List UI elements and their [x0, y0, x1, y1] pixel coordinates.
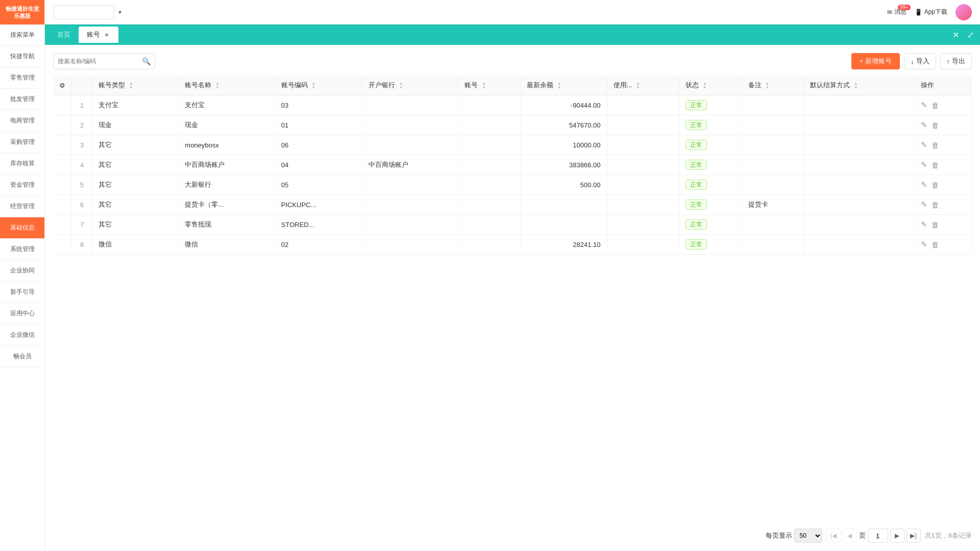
sidebar-item-inventory-calc[interactable]: 库存核算 — [0, 153, 44, 174]
row-usage — [607, 195, 679, 215]
sidebar-item-quick-nav[interactable]: 快捷导航 — [0, 46, 44, 67]
operations-mgmt-label: 经营管理 — [2, 202, 42, 211]
sidebar-item-enterprise-wechat[interactable]: 企业微信 — [0, 324, 44, 346]
messages-button[interactable]: ✉ 消息 99+ — [887, 8, 906, 16]
add-account-button[interactable]: + 新增账号 — [851, 53, 900, 69]
row-name: 支付宝 — [179, 95, 275, 115]
row-bank — [362, 195, 458, 215]
sidebar-item-new-guide[interactable]: 新手引导 — [0, 282, 44, 303]
import-button[interactable]: ↓ 导入 — [904, 53, 936, 69]
sidebar-item-operations-mgmt[interactable]: 经营管理 — [0, 196, 44, 217]
page-size-select[interactable]: 50 100 200 — [794, 529, 822, 543]
app-center-label: 应用中心 — [2, 309, 42, 318]
row-bank — [362, 135, 458, 155]
col-name[interactable]: 账号名称 ▲▼ — [179, 76, 275, 95]
row-remark — [742, 95, 804, 115]
table-row: 3 其它 moneybosx 06 10000.00 正常 ✎ 🗑 — [53, 135, 972, 155]
sidebar-item-ecommerce-mgmt[interactable]: 电商管理 — [0, 110, 44, 132]
topbar-search-input[interactable] — [53, 5, 114, 19]
row-remark — [742, 215, 804, 235]
sidebar-item-app-center[interactable]: 应用中心 — [0, 303, 44, 324]
row-code: 03 — [275, 95, 362, 115]
next-page-button[interactable]: ▶ — [890, 529, 904, 543]
sidebar-item-system-mgmt[interactable]: 系统管理 — [0, 239, 44, 260]
tab-close-all-icon[interactable]: ✕ — [950, 28, 961, 42]
col-remark[interactable]: 备注 ▲▼ — [742, 76, 804, 95]
sidebar-nav: 搜索菜单 快捷导航 零售管理 批发管理 电商管理 采购管理 库存核算 资金管理 … — [0, 24, 44, 551]
delete-icon[interactable]: 🗑 — [932, 240, 939, 249]
row-remark — [742, 235, 804, 255]
col-account[interactable]: 账号 ▲▼ — [458, 76, 521, 95]
first-page-button[interactable]: |◀ — [826, 529, 841, 543]
edit-icon[interactable]: ✎ — [921, 200, 927, 209]
col-usage[interactable]: 使用... ▲▼ — [607, 76, 679, 95]
delete-icon[interactable]: 🗑 — [932, 161, 939, 169]
status-badge: 正常 — [685, 199, 707, 210]
content: 🔍 + 新增账号 ↓ 导入 ↑ 导出 — [45, 45, 980, 551]
row-account — [458, 155, 521, 175]
sidebar-item-wholesale-mgmt[interactable]: 批发管理 — [0, 89, 44, 110]
col-balance[interactable]: 最新余额 ▲▼ — [521, 76, 607, 95]
row-default-payment — [804, 135, 915, 155]
tab-close-icon[interactable]: ✕ — [103, 31, 110, 38]
search-input[interactable] — [58, 58, 142, 65]
tab-home[interactable]: 首页 — [49, 27, 79, 43]
delete-icon[interactable]: 🗑 — [932, 121, 939, 130]
tab-account[interactable]: 账号 ✕ — [79, 27, 118, 43]
edit-icon[interactable]: ✎ — [921, 180, 927, 189]
row-status: 正常 — [679, 175, 742, 195]
search-icon[interactable]: 🔍 — [142, 57, 151, 65]
export-button[interactable]: ↑ 导出 — [940, 53, 972, 69]
col-bank[interactable]: 开户银行 ▲▼ — [362, 76, 458, 95]
topbar-dropdown[interactable]: ▾ — [118, 9, 121, 16]
row-gear — [53, 155, 72, 175]
row-status: 正常 — [679, 95, 742, 115]
col-gear[interactable]: ⚙ — [53, 76, 72, 95]
edit-icon[interactable]: ✎ — [921, 160, 927, 169]
row-operation: ✎ 🗑 — [915, 135, 972, 155]
delete-icon[interactable]: 🗑 — [932, 181, 939, 189]
export-icon: ↑ — [947, 58, 950, 65]
row-balance — [521, 195, 607, 215]
app-download-button[interactable]: 📱 App下载 — [915, 8, 947, 16]
row-name: 中百商场账户 — [179, 155, 275, 175]
sidebar-item-search-menu[interactable]: 搜索菜单 — [0, 24, 44, 46]
col-default-payment[interactable]: 默认结算方式 ▲▼ — [804, 76, 915, 95]
status-badge: 正常 — [685, 100, 707, 110]
row-operation: ✎ 🗑 — [915, 235, 972, 255]
row-balance: 28241.10 — [521, 235, 607, 255]
edit-icon[interactable]: ✎ — [921, 140, 927, 149]
delete-icon[interactable]: 🗑 — [932, 101, 939, 110]
avatar[interactable] — [955, 4, 972, 20]
sidebar-item-vip-member[interactable]: 畅会员 — [0, 346, 44, 367]
purchase-mgmt-label: 采购管理 — [2, 138, 42, 146]
sidebar-item-capital-mgmt[interactable]: 资金管理 — [0, 174, 44, 196]
col-code[interactable]: 账号编码 ▲▼ — [275, 76, 362, 95]
delete-icon[interactable]: 🗑 — [932, 201, 939, 209]
row-usage — [607, 95, 679, 115]
col-status[interactable]: 状态 ▲▼ — [679, 76, 742, 95]
row-type: 其它 — [92, 155, 179, 175]
current-page-input[interactable] — [868, 529, 888, 543]
sidebar-item-enterprise-agreement[interactable]: 企业协同 — [0, 260, 44, 282]
sidebar-item-basic-info[interactable]: 基础信息 — [0, 217, 44, 239]
row-code: 04 — [275, 155, 362, 175]
edit-icon[interactable]: ✎ — [921, 220, 927, 229]
sidebar-item-purchase-mgmt[interactable]: 采购管理 — [0, 132, 44, 153]
delete-icon[interactable]: 🗑 — [932, 220, 939, 229]
edit-icon[interactable]: ✎ — [921, 101, 927, 110]
sidebar-item-retail-mgmt[interactable]: 零售管理 — [0, 67, 44, 89]
row-default-payment — [804, 215, 915, 235]
status-badge: 正常 — [685, 160, 707, 170]
tab-expand-icon[interactable]: ⤢ — [965, 28, 976, 42]
edit-icon[interactable]: ✎ — [921, 120, 927, 130]
table-row: 8 微信 微信 02 28241.10 正常 ✎ 🗑 — [53, 235, 972, 255]
prev-page-button[interactable]: ◀ — [843, 529, 857, 543]
last-page-button[interactable]: ▶| — [906, 529, 921, 543]
row-default-payment — [804, 235, 915, 255]
row-operation: ✎ 🗑 — [915, 95, 972, 115]
delete-icon[interactable]: 🗑 — [932, 141, 939, 149]
edit-icon[interactable]: ✎ — [921, 240, 927, 249]
page-nav: |◀ ◀ 页 ▶ ▶| — [826, 529, 921, 543]
col-type[interactable]: 账号类型 ▲▼ — [92, 76, 179, 95]
